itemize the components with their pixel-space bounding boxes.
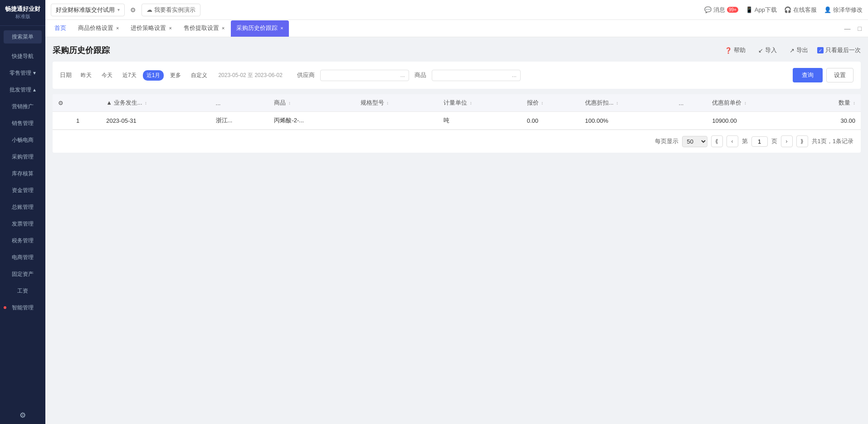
goods-input[interactable] xyxy=(436,72,512,79)
tab-home[interactable]: 首页 xyxy=(49,20,72,37)
app-download-button[interactable]: 📱 App下载 xyxy=(746,6,777,14)
search-menu-button[interactable]: 搜索菜单 xyxy=(4,30,42,43)
headset-icon: 🎧 xyxy=(784,6,791,13)
tab-sale-price-extract[interactable]: 售价提取设置 × xyxy=(178,20,230,37)
page-actions: ❓ 帮助 ↙ 导入 ↗ 导出 ✓ 只看最后一次 xyxy=(721,44,861,56)
table-body: 1 2023-05-31 浙江... 丙烯酸-2-... 吨 0.00 100.… xyxy=(53,112,861,130)
date-today[interactable]: 今天 xyxy=(98,70,116,81)
sidebar-item-invoice[interactable]: 发票管理 xyxy=(0,216,45,232)
sidebar-item-fixed-assets[interactable]: 固定资产 xyxy=(0,266,45,283)
date-custom[interactable]: 自定义 xyxy=(187,70,211,81)
col-spec[interactable]: 规格型号 ↕ xyxy=(355,94,439,112)
settings-icon[interactable]: ⚙ xyxy=(20,411,26,419)
row-more xyxy=(673,112,707,130)
sidebar-item-wholesale[interactable]: 批发管理 ▴ xyxy=(0,82,45,98)
prev-page-button[interactable]: ‹ xyxy=(727,135,738,147)
only-last-checkbox-wrap[interactable]: ✓ 只看最后一次 xyxy=(817,46,861,54)
col-qty[interactable]: 数量 ↕ xyxy=(802,94,861,112)
page-title: 采购历史价跟踪 xyxy=(53,45,110,56)
supplier-more-icon[interactable]: ... xyxy=(400,72,405,78)
last-page-button[interactable]: ⟫ xyxy=(796,135,808,147)
product-title: 好业财标准版交付试用 xyxy=(56,6,115,14)
messages-button[interactable]: 💬 消息 99+ xyxy=(704,6,738,14)
sidebar-item-smart[interactable]: 智能管理 xyxy=(0,299,45,316)
col-date[interactable]: ▲ 业务发生... ↕ xyxy=(101,94,210,112)
page-size-select[interactable]: 50 20 100 xyxy=(682,136,707,147)
col-discount[interactable]: 优惠折扣... ↕ xyxy=(580,94,673,112)
tab-close-icon[interactable]: × xyxy=(222,25,224,31)
col-price[interactable]: 报价 ↕ xyxy=(522,94,580,112)
chevron-up-icon: ▴ xyxy=(33,87,36,93)
row-pre-discount-price: 10900.00 xyxy=(707,112,802,130)
sidebar-item-ecommerce[interactable]: 电商管理 xyxy=(0,249,45,266)
checkbox-icon: ✓ xyxy=(817,47,824,53)
export-button[interactable]: ↗ 导出 xyxy=(786,44,812,56)
data-table: ⚙ ▲ 业务发生... ↕ ... 商品 ↕ xyxy=(53,94,861,130)
sidebar-item-tax[interactable]: 税务管理 xyxy=(0,232,45,249)
import-icon: ↙ xyxy=(758,47,763,54)
sidebar-search-wrap[interactable]: 搜索菜单 xyxy=(0,26,45,48)
app-edition: 标准版 xyxy=(4,13,42,20)
user-menu-button[interactable]: 👤 徐泽华修改 xyxy=(824,6,863,14)
app-name: 畅捷通好业财 xyxy=(4,5,42,13)
col-goods[interactable]: 商品 ↕ xyxy=(268,94,355,112)
question-icon: ❓ xyxy=(725,47,732,54)
date-1month[interactable]: 近1月 xyxy=(143,70,164,81)
sidebar-item-marketing[interactable]: 营销推广 xyxy=(0,98,45,115)
sidebar-item-retail[interactable]: 零售管理 ▾ xyxy=(0,65,45,82)
date-7days[interactable]: 近7天 xyxy=(119,70,140,81)
settings-button[interactable]: 设置 xyxy=(826,68,853,82)
filter-row: 日期 昨天 今天 近7天 近1月 更多 自定义 2023-05-02 至 202… xyxy=(60,68,853,82)
sidebar-item-quicknav[interactable]: 快捷导航 xyxy=(0,48,45,65)
date-more[interactable]: 更多 xyxy=(166,70,185,81)
sidebar-item-ledger[interactable]: 总账管理 xyxy=(0,199,45,216)
date-yesterday[interactable]: 昨天 xyxy=(77,70,95,81)
tab-purchase-history-price[interactable]: 采购历史价跟踪 × xyxy=(231,20,288,37)
sidebar-item-inventory[interactable]: 库存核算 xyxy=(0,165,45,182)
demo-button[interactable]: ☁ 我要看实例演示 xyxy=(141,4,200,16)
tab-purchase-strategy[interactable]: 进价策略设置 × xyxy=(125,20,177,37)
col-pre-discount-price[interactable]: 优惠前单价 ↕ xyxy=(707,94,802,112)
tab-goods-price[interactable]: 商品价格设置 × xyxy=(73,20,124,37)
sidebar-item-finance[interactable]: 资金管理 xyxy=(0,182,45,199)
filter-panel: 日期 昨天 今天 近7天 近1月 更多 自定义 2023-05-02 至 202… xyxy=(53,62,861,89)
maximize-button[interactable]: □ xyxy=(855,24,864,33)
sidebar: 畅捷通好业财 标准版 搜索菜单 快捷导航 零售管理 ▾ 批发管理 ▴ 营销推广 … xyxy=(0,0,45,424)
next-page-button[interactable]: › xyxy=(781,135,793,147)
online-service-button[interactable]: 🎧 在线客服 xyxy=(784,6,817,14)
row-price: 0.00 xyxy=(522,112,580,130)
sidebar-item-payroll[interactable]: 工资 xyxy=(0,283,45,299)
topbar: 好业财标准版交付试用 ▾ ⚙ ☁ 我要看实例演示 💬 消息 99+ 📱 App下… xyxy=(45,0,868,20)
topbar-settings-icon[interactable]: ⚙ xyxy=(128,5,138,15)
sidebar-logo: 畅捷通好业财 标准版 xyxy=(0,0,45,26)
sidebar-item-ecommerce-small[interactable]: 小畅电商 xyxy=(0,132,45,149)
help-button[interactable]: ❓ 帮助 xyxy=(721,44,749,56)
data-table-wrap: ⚙ ▲ 业务发生... ↕ ... 商品 ↕ xyxy=(53,94,861,153)
query-button[interactable]: 查询 xyxy=(793,68,823,82)
goods-more-icon[interactable]: ... xyxy=(512,72,517,78)
tab-close-icon[interactable]: × xyxy=(280,25,283,31)
col-more2[interactable]: ... xyxy=(673,94,707,112)
supplier-input-wrap: ... xyxy=(320,70,409,81)
tab-close-icon[interactable]: × xyxy=(116,25,119,31)
tab-close-icon[interactable]: × xyxy=(169,25,171,31)
minimize-button[interactable]: — xyxy=(842,24,853,33)
col-gear[interactable]: ⚙ xyxy=(53,94,71,112)
col-unit[interactable]: 计量单位 ↕ xyxy=(438,94,522,112)
date-filter-label: 日期 xyxy=(60,71,72,79)
import-button[interactable]: ↙ 导入 xyxy=(755,44,780,56)
product-selector[interactable]: 好业财标准版交付试用 ▾ xyxy=(51,4,125,16)
user-icon: 👤 xyxy=(824,6,831,13)
col-more[interactable]: ... xyxy=(210,94,269,112)
filter-actions: 查询 设置 xyxy=(793,68,853,82)
row-gear xyxy=(53,112,71,130)
sort-icon: ↕ xyxy=(744,101,746,106)
sort-icon: ↕ xyxy=(386,101,389,106)
sidebar-item-purchase[interactable]: 采购管理 xyxy=(0,149,45,165)
page-number-input[interactable] xyxy=(751,136,768,147)
supplier-input[interactable] xyxy=(324,72,400,79)
sort-icon: ↕ xyxy=(853,101,855,106)
gear-icon[interactable]: ⚙ xyxy=(58,100,63,106)
first-page-button[interactable]: ⟪ xyxy=(711,135,723,147)
sidebar-item-sales[interactable]: 销售管理 xyxy=(0,115,45,132)
